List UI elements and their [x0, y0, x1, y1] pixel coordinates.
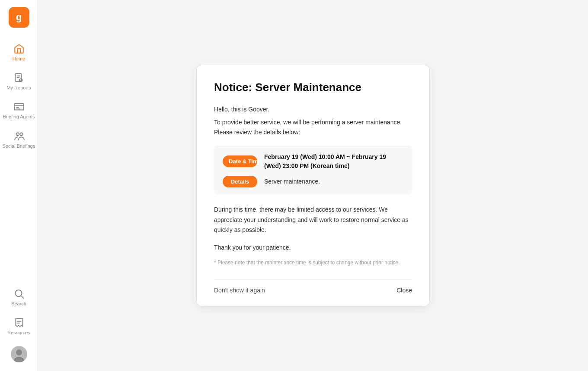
- avatar[interactable]: [11, 346, 27, 362]
- modal-intro-line1: Hello, this is Goover.: [214, 105, 412, 114]
- sidebar-item-briefing-agents[interactable]: Briefing Agents: [0, 96, 38, 125]
- sidebar-item-my-reports[interactable]: AI My Reports: [0, 67, 38, 96]
- modal-overlay: Notice: Server Maintenance Hello, this i…: [38, 0, 588, 371]
- avatar-icon: [11, 346, 27, 362]
- sidebar-item-social-briefings-label: Social Briefings: [3, 143, 35, 149]
- details-row: Details Server maintenance.: [223, 176, 403, 187]
- sidebar-item-my-reports-label: My Reports: [6, 85, 31, 91]
- home-icon: [13, 43, 25, 54]
- svg-point-14: [16, 349, 22, 355]
- sidebar: g Home AI My Reports Briefing Agents: [0, 0, 38, 371]
- svg-text:AI: AI: [20, 79, 22, 82]
- modal-note: * Please note that the maintenance time …: [214, 260, 412, 266]
- modal-body: During this time, there may be limited a…: [214, 205, 412, 235]
- sidebar-item-search-label: Search: [11, 301, 26, 307]
- my-reports-icon: AI: [13, 72, 25, 83]
- details-value: Server maintenance.: [264, 178, 320, 185]
- search-icon: [13, 288, 25, 299]
- svg-line-10: [21, 296, 23, 298]
- close-button[interactable]: Close: [396, 287, 412, 294]
- sidebar-item-resources-label: Resources: [7, 330, 30, 336]
- app-logo[interactable]: g: [9, 7, 29, 28]
- modal-title: Notice: Server Maintenance: [214, 81, 412, 94]
- sidebar-item-home[interactable]: Home: [0, 38, 38, 67]
- modal-footer: Don't show it again Close: [214, 279, 412, 294]
- sidebar-item-resources[interactable]: Resources: [0, 312, 38, 341]
- maintenance-modal: Notice: Server Maintenance Hello, this i…: [196, 65, 430, 307]
- sidebar-item-social-briefings[interactable]: Social Briefings: [0, 125, 38, 154]
- sidebar-item-home-label: Home: [13, 56, 25, 62]
- svg-point-8: [20, 133, 22, 136]
- main-content: Notice: Server Maintenance Hello, this i…: [38, 0, 588, 371]
- briefing-agents-icon: [13, 101, 25, 112]
- resources-icon: [13, 317, 25, 328]
- dont-show-again-button[interactable]: Don't show it again: [214, 287, 265, 294]
- modal-intro-line2: To provide better service, we will be pe…: [214, 117, 412, 137]
- sidebar-item-briefing-agents-label: Briefing Agents: [3, 114, 35, 120]
- modal-thanks: Thank you for your patience.: [214, 244, 412, 251]
- sidebar-item-search[interactable]: Search: [0, 283, 38, 312]
- svg-point-7: [16, 133, 19, 136]
- date-time-badge: Date & Time: [223, 155, 257, 167]
- info-box: Date & Time February 19 (Wed) 10:00 AM ~…: [214, 146, 412, 194]
- social-briefings-icon: [13, 130, 25, 142]
- date-time-row: Date & Time February 19 (Wed) 10:00 AM ~…: [223, 152, 403, 171]
- details-badge: Details: [223, 176, 257, 187]
- date-time-value: February 19 (Wed) 10:00 AM ~ February 19…: [264, 152, 403, 171]
